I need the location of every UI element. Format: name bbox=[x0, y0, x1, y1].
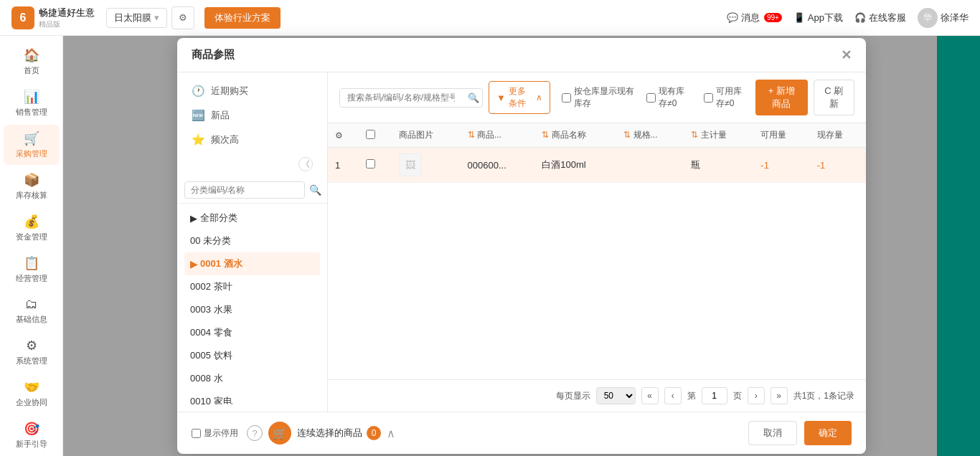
sidebar-item-basic-info[interactable]: 🗂 基础信息 bbox=[4, 291, 60, 331]
new-icon: 🆕 bbox=[192, 109, 205, 122]
purchase-icon: 🛒 bbox=[24, 130, 39, 146]
table-row[interactable]: 1 🖼 000600... 白酒100ml bbox=[328, 148, 866, 183]
product-reference-modal: 商品参照 ✕ 🕐 近期购买 🆕 bbox=[177, 38, 866, 454]
guide-icon: 🎯 bbox=[24, 421, 39, 437]
first-page-button[interactable]: « bbox=[641, 387, 659, 404]
confirm-button[interactable]: 确定 bbox=[804, 421, 852, 445]
category-0010[interactable]: 0010 家电 bbox=[184, 390, 320, 404]
message-button[interactable]: 💬 消息 99+ bbox=[727, 11, 782, 24]
category-0008[interactable]: 0008 水 bbox=[184, 367, 320, 390]
sort-icon-code[interactable]: ⇅ bbox=[468, 130, 475, 140]
display-disabled-checkbox-label[interactable]: 显示停用 bbox=[192, 427, 238, 440]
display-disabled-checkbox[interactable] bbox=[192, 429, 201, 438]
row-checkbox[interactable] bbox=[366, 159, 375, 168]
select-all-checkbox[interactable] bbox=[366, 130, 375, 139]
modal-footer: 显示停用 ? 🛒 连续选择的商品 0 ∧ 取消 bbox=[177, 412, 866, 454]
product-table: ⚙ 商品图片 ⇅ 商品... ⇅ bbox=[328, 123, 866, 183]
settings-icon[interactable]: ⚙ bbox=[335, 130, 343, 141]
category-search-input[interactable] bbox=[184, 181, 305, 199]
sidebar-item-inventory[interactable]: 📦 库存核算 bbox=[4, 166, 60, 206]
tri-active-icon: ▶ bbox=[190, 259, 197, 270]
category-0005[interactable]: 0005 饮料 bbox=[184, 344, 320, 367]
category-00[interactable]: 00 未分类 bbox=[184, 229, 320, 252]
product-search-wrap: 🔍 bbox=[339, 88, 483, 108]
page-label: 第 bbox=[687, 390, 696, 402]
category-0002[interactable]: 0002 茶叶 bbox=[184, 275, 320, 298]
col-unit: ⇅ 主计量 bbox=[684, 123, 753, 148]
sales-icon: 📊 bbox=[24, 89, 39, 105]
per-page-select[interactable]: 50 100 200 bbox=[596, 387, 636, 404]
message-icon: 💬 bbox=[727, 12, 738, 23]
gear-button[interactable]: ⚙ bbox=[171, 6, 194, 29]
next-page-icon: › bbox=[755, 391, 758, 401]
add-product-button[interactable]: + 新增商品 bbox=[755, 80, 807, 115]
cell-code: 000600... bbox=[461, 148, 535, 183]
modal-close-button[interactable]: ✕ bbox=[841, 49, 852, 62]
collapse-button[interactable]: 《 bbox=[298, 157, 313, 171]
checkbox-current-stock[interactable]: 现有库存≠0 bbox=[646, 85, 692, 110]
experience-button[interactable]: 体验行业方案 bbox=[204, 7, 281, 29]
refresh-button[interactable]: C 刷新 bbox=[814, 80, 854, 115]
more-filter-button[interactable]: ▼ 更多条件 ∧ bbox=[489, 81, 550, 114]
tri-icon: ▶ bbox=[190, 213, 197, 224]
sort-icon-unit[interactable]: ⇅ bbox=[691, 130, 698, 140]
col-checkbox bbox=[359, 123, 392, 148]
sidebar-item-system[interactable]: ⚙ 系统管理 bbox=[4, 332, 60, 372]
checkbox-warehouse-stock[interactable]: 按仓库显示现有库存 bbox=[562, 85, 635, 110]
sidebar-item-guide[interactable]: 🎯 新手引导 bbox=[4, 415, 60, 455]
checkbox-available-stock[interactable]: 可用库存≠0 bbox=[704, 85, 750, 110]
collapse-selection-button[interactable]: ∧ bbox=[387, 427, 395, 440]
category-search-icon[interactable]: 🔍 bbox=[309, 184, 321, 196]
tab-frequent[interactable]: ⭐ 频次高 bbox=[184, 128, 320, 151]
user-profile[interactable]: 华 徐泽华 bbox=[918, 8, 969, 28]
toolbar-right: + 新增商品 C 刷新 bbox=[755, 80, 854, 115]
available-stock-checkbox[interactable] bbox=[704, 93, 713, 103]
col-spec: ⇅ 规格... bbox=[616, 123, 684, 148]
category-0001[interactable]: ▶ 0001 酒水 bbox=[184, 252, 320, 275]
product-search-icon[interactable]: 🔍 bbox=[462, 89, 483, 107]
sidebar-item-finance[interactable]: 💰 资金管理 bbox=[4, 208, 60, 248]
col-available: 可用量 bbox=[753, 123, 809, 148]
inventory-icon: 📦 bbox=[24, 172, 39, 188]
cancel-button[interactable]: 取消 bbox=[748, 421, 797, 445]
product-search-input[interactable] bbox=[340, 89, 462, 106]
sort-icon-spec[interactable]: ⇅ bbox=[623, 130, 631, 140]
app-download-button[interactable]: 📱 App下载 bbox=[793, 11, 843, 24]
sidebar-item-home[interactable]: 🏠 首页 bbox=[4, 42, 60, 82]
tab-new-products[interactable]: 🆕 新品 bbox=[184, 104, 320, 127]
filter-arrow-icon: ∧ bbox=[536, 92, 542, 103]
warehouse-stock-checkbox[interactable] bbox=[562, 93, 571, 103]
category-0004[interactable]: 0004 零食 bbox=[184, 321, 320, 344]
last-page-button[interactable]: » bbox=[771, 387, 788, 404]
sidebar-item-sales[interactable]: 📊 销售管理 bbox=[4, 83, 60, 123]
current-stock-checkbox[interactable] bbox=[646, 93, 656, 103]
category-list: ▶ 全部分类 00 未分类 ▶ 0001 酒水 0002 茶 bbox=[177, 206, 327, 404]
selected-count-area: 连续选择的商品 0 bbox=[297, 426, 381, 440]
page-number-input[interactable] bbox=[702, 387, 727, 404]
category-0003[interactable]: 0003 水果 bbox=[184, 298, 320, 321]
footer-right: 取消 确定 bbox=[748, 421, 852, 445]
logo-text: 畅捷通好生意 精品版 bbox=[39, 6, 95, 29]
sort-icon-name[interactable]: ⇅ bbox=[542, 130, 549, 140]
category-all[interactable]: ▶ 全部分类 bbox=[184, 206, 320, 229]
prev-page-button[interactable]: ‹ bbox=[664, 387, 682, 404]
help-icon[interactable]: ? bbox=[247, 425, 263, 441]
finance-icon: 💰 bbox=[24, 214, 39, 229]
cart-button[interactable]: 🛒 bbox=[268, 422, 291, 445]
sidebar-item-operations[interactable]: 📋 经营管理 bbox=[4, 250, 60, 290]
next-page-button[interactable]: › bbox=[748, 387, 765, 404]
tab-recent-purchase[interactable]: 🕐 近期购买 bbox=[184, 80, 320, 103]
sidebar-item-collab[interactable]: 🤝 企业协同 bbox=[4, 374, 60, 414]
star-icon: ⭐ bbox=[192, 133, 205, 146]
modal-body: 🕐 近期购买 🆕 新品 ⭐ 频次高 bbox=[177, 72, 866, 412]
sidebar-item-purchase[interactable]: 🛒 采购管理 bbox=[4, 125, 60, 165]
home-icon: 🏠 bbox=[24, 47, 39, 63]
service-button[interactable]: 🎧 在线客服 bbox=[854, 11, 906, 24]
image-icon: 🖼 bbox=[405, 159, 415, 171]
info-icon: 🗂 bbox=[25, 297, 38, 312]
cell-checkbox bbox=[359, 148, 392, 183]
modal-overlay: 商品参照 ✕ 🕐 近期购买 🆕 bbox=[63, 36, 980, 456]
store-selector[interactable]: 日太阳膜 ▾ bbox=[106, 8, 167, 28]
cell-spec bbox=[616, 148, 684, 183]
product-thumbnail: 🖼 bbox=[399, 153, 422, 176]
